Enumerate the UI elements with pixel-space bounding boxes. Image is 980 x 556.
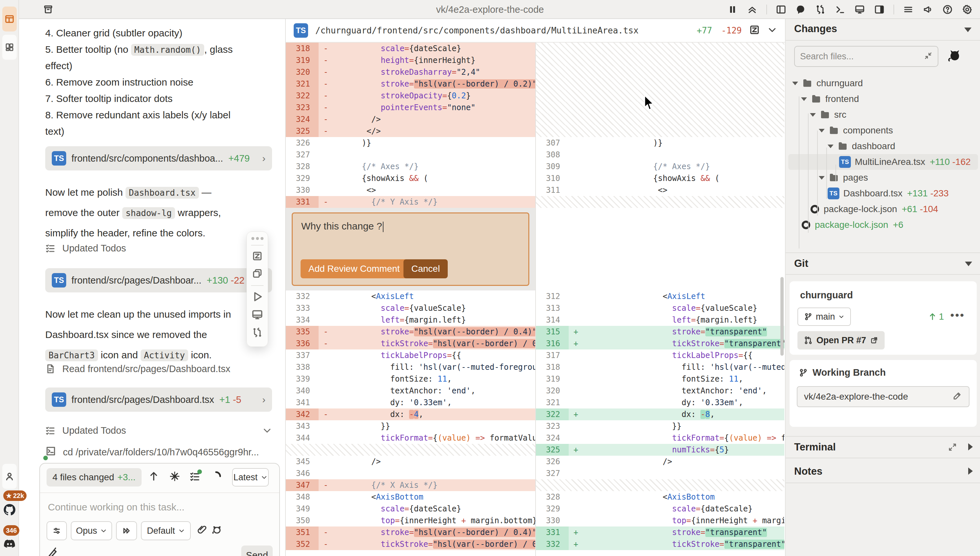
menu-icon[interactable] [903, 4, 914, 15]
tree-item-src[interactable]: src [786, 107, 980, 123]
diff-row[interactable]: 343 }} [286, 420, 535, 432]
diff-row[interactable]: 324 tickFormat={(value) => formatValue [536, 432, 784, 444]
diff-row[interactable]: 320- strokeDasharray="2,4" [286, 66, 535, 78]
diff-row[interactable]: 310 {showAxis && ( [536, 173, 784, 184]
diff-row[interactable]: 327 [536, 467, 784, 479]
git-compare-icon[interactable] [815, 4, 826, 15]
diff-row[interactable]: 322- strokeOpacity={0.2} [286, 90, 535, 102]
diff-row[interactable]: 318 fill: 'hsl(var(--muted-foreground' [536, 361, 784, 373]
pause-icon[interactable] [727, 4, 738, 15]
diff-row[interactable]: 348 <AxisBottom [286, 491, 535, 503]
tree-item-multilinearea-tsx[interactable]: TSMultiLineArea.tsx+110 -162 [788, 154, 978, 170]
latest-dropdown[interactable]: Latest [232, 468, 269, 486]
diff-row[interactable]: 339 fontSize: 11, [286, 373, 535, 385]
diff-row[interactable]: 325+ numTicks={5} [536, 444, 784, 456]
diff-row[interactable]: 329 scale={dateScale} [536, 503, 784, 515]
quill-pen-icon[interactable] [47, 546, 59, 556]
diff-row[interactable]: 317 tickLabelProps={{ [536, 349, 784, 361]
tree-item-dashboard[interactable]: dashboard [786, 138, 980, 154]
expand-icon[interactable] [948, 443, 957, 453]
diff-row[interactable]: 341 dy: '0.33em', [286, 397, 535, 409]
spark-icon[interactable] [169, 471, 180, 483]
scroll-up-icon[interactable] [148, 471, 159, 483]
diff-row[interactable]: 328 <AxisBottom [536, 491, 784, 503]
diff-row[interactable]: 334 left={margin.left} [286, 314, 535, 326]
drag-handle-icon[interactable] [251, 237, 263, 240]
diff-row[interactable]: 331- {/* Y Axis */} [286, 196, 535, 208]
message-input[interactable]: Continue working on this task... [48, 501, 184, 513]
add-review-comment-button[interactable]: Add Review Comment [300, 259, 408, 278]
copy-icon[interactable] [252, 268, 263, 280]
diff-row[interactable]: 307 )} [536, 137, 784, 149]
tree-item-dashboard-tsx[interactable]: TSDashboard.tsx+131 -233 [786, 186, 980, 201]
discord-button[interactable] [2, 532, 17, 556]
terminal-section-header[interactable]: Terminal [786, 436, 980, 458]
collapse-up-icon[interactable] [747, 4, 758, 15]
tree-item-package-lock-json[interactable]: package-lock.json+6 [786, 217, 980, 233]
chevron-down-icon[interactable] [767, 25, 777, 36]
chat-bubble-icon[interactable] [795, 4, 806, 15]
terminal-icon[interactable] [835, 4, 846, 15]
working-branch-input[interactable]: vk/4e2a-explore-the-code [797, 386, 970, 407]
diff-row[interactable]: 347- {/* X Axis */} [286, 479, 535, 491]
review-comment-box[interactable]: Why this change ?Add Review CommentCance… [292, 212, 530, 286]
diff-row[interactable]: 313 scale={valueScale} [536, 302, 784, 314]
diff-row[interactable]: 351- stroke="hsl(var(--border) / 0.4)" [286, 527, 535, 538]
edit-pencil-icon[interactable] [953, 391, 962, 403]
diff-row[interactable]: 346 [286, 467, 535, 479]
diff-row[interactable]: 319- height={innerHeight} [286, 55, 535, 66]
diff-row[interactable]: 338 fill: 'hsl(var(--muted-foreground' [286, 361, 535, 373]
diff-row[interactable]: 352- tickStroke="hsl(var(--border) / 0.4… [286, 538, 535, 550]
diff-row[interactable]: 329 {showAxis && ( [286, 173, 535, 184]
diff-mode-icon[interactable] [749, 24, 760, 37]
attachment-icon[interactable] [197, 525, 207, 536]
more-options-button[interactable]: ••• [950, 309, 965, 322]
diff-row[interactable]: 327 [286, 149, 535, 161]
scrollbar-thumb[interactable] [780, 277, 784, 356]
cancel-button[interactable]: Cancel [404, 259, 448, 278]
diff-row[interactable]: 335- stroke="hsl(var(--border) / 0.4)" [286, 326, 535, 338]
mode-dropdown[interactable]: Default [141, 521, 191, 540]
notes-section-header[interactable]: Notes [786, 461, 980, 483]
editor-diff-icon[interactable] [252, 251, 263, 263]
file-change-chip[interactable]: TSfrontend/src/pages/Dashboard.tsx+1 -5› [45, 388, 272, 412]
diff-row[interactable]: 332+ tickStroke="transparent" [536, 538, 784, 550]
terminal-command-row[interactable]: cd /private/var/folders/10/h7w0q46556ggr… [45, 445, 272, 459]
sidebar-item-board[interactable] [2, 35, 17, 60]
diff-row[interactable]: 316+ tickStroke="transparent" [536, 338, 784, 349]
panel-left-icon[interactable] [775, 4, 786, 15]
diff-row[interactable]: 324- /> [286, 113, 535, 125]
todos-row[interactable]: Updated Todos [45, 423, 272, 437]
monitor-icon[interactable] [854, 4, 865, 15]
diff-row[interactable]: 323 }} [536, 420, 784, 432]
diff-row[interactable]: 330 top={innerHeight + margin.bottom} [536, 515, 784, 527]
diff-row[interactable]: 336- tickStroke="hsl(var(--border) / 0.4… [286, 338, 535, 349]
diff-row[interactable]: 333 scale={valueScale} [286, 302, 535, 314]
diff-row[interactable]: 311 <> [536, 184, 784, 196]
diff-row[interactable]: 328 {/* Axes */} [286, 161, 535, 173]
diff-row[interactable]: 350 top={innerHeight + margin.bottom} [286, 515, 535, 527]
diff-row[interactable]: 325- </> [286, 125, 535, 137]
open-pr-button[interactable]: Open PR #7 [798, 331, 885, 349]
diff-row[interactable]: 314 left={margin.left} [536, 314, 784, 326]
file-change-chip[interactable]: TSfrontend/src/components/dashboa...+479… [45, 146, 272, 170]
diff-row[interactable]: 326 /> [536, 456, 784, 467]
fast-forward-button[interactable] [116, 521, 137, 540]
diff-row[interactable]: 309 {/* Axes */} [536, 161, 784, 173]
diff-row[interactable]: 331+ stroke="transparent" [536, 527, 784, 538]
changes-section-header[interactable]: Changes [786, 19, 980, 40]
help-icon[interactable] [942, 4, 953, 15]
diff-row[interactable]: 321 dy: '0.33em', [536, 397, 784, 409]
git-section-header[interactable]: Git [786, 252, 980, 275]
github-button[interactable] [2, 498, 17, 522]
diff-row[interactable]: 332 <AxisLeft [286, 291, 535, 302]
diff-row[interactable]: 342- dx: -4, [286, 409, 535, 420]
send-button[interactable]: Send [241, 546, 273, 556]
diff-row[interactable]: 349 scale={dateScale} [286, 503, 535, 515]
branch-dropdown[interactable]: main [798, 307, 851, 326]
git-compare-icon[interactable] [252, 327, 263, 339]
diff-row[interactable]: 312 <AxisLeft [536, 291, 784, 302]
tree-item-components[interactable]: components [786, 123, 980, 138]
settings-sliders-button[interactable] [47, 521, 67, 540]
diff-row[interactable]: 345 /> [286, 456, 535, 467]
